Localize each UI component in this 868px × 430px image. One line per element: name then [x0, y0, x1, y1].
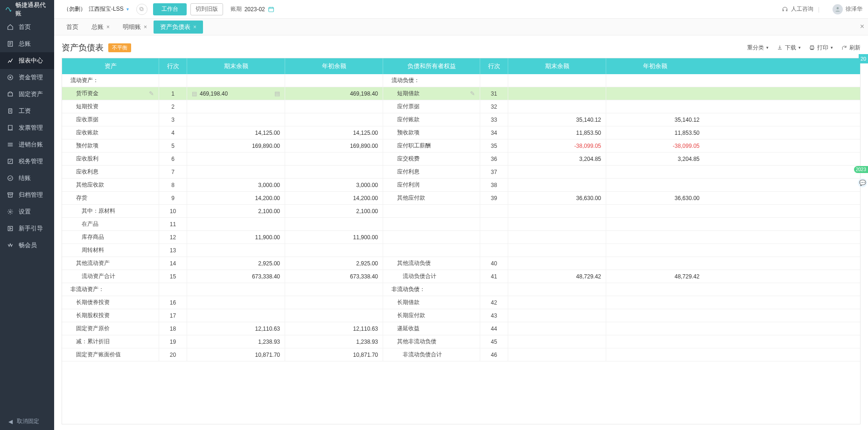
- edit-icon[interactable]: ✎: [470, 90, 475, 97]
- table-row[interactable]: 其中：原材料102,100.002,100.00: [62, 205, 860, 218]
- th-end-l: 期末余额: [187, 58, 285, 74]
- table-row[interactable]: 短期投资2应付票据32: [62, 100, 860, 113]
- sidebar-item-home[interactable]: 首页: [0, 19, 54, 35]
- tab-close-icon[interactable]: ×: [106, 24, 110, 30]
- sidebar-item-fund[interactable]: 资金管理: [0, 69, 54, 86]
- download-action[interactable]: 下载▾: [777, 44, 801, 52]
- asset-begin: [285, 113, 383, 126]
- table-row[interactable]: 其他应收款83,000.003,000.00应付利润38: [62, 179, 860, 192]
- table-row[interactable]: 预付款项5169,890.00169,890.00应付职工薪酬35-38,099…: [62, 139, 860, 153]
- table-row[interactable]: 固定资产账面价值2010,871.7010,871.70非流动负债合计46: [62, 348, 860, 361]
- liab-begin: [606, 283, 704, 296]
- refresh-action[interactable]: 刷新: [841, 44, 861, 52]
- liab-row: [480, 205, 508, 217]
- asset-name: 库存商品: [62, 231, 159, 243]
- tab-首页[interactable]: 首页: [60, 21, 85, 34]
- sidebar-item-archive[interactable]: 归档管理: [0, 187, 54, 203]
- table-row[interactable]: 长期股权投资17长期应付款43: [62, 309, 860, 322]
- liab-end: -38,099.05: [508, 139, 606, 152]
- sidebar-item-close[interactable]: 结账: [0, 170, 54, 187]
- table-row[interactable]: 应收利息7应付利息37: [62, 166, 860, 179]
- table-row[interactable]: 周转材料13: [62, 244, 860, 257]
- table-row[interactable]: 固定资产原价1812,110.6312,110.63递延收益44: [62, 322, 860, 335]
- tab-close-icon[interactable]: ×: [144, 24, 147, 30]
- period-value[interactable]: 2023-02: [245, 6, 265, 13]
- reclass-action[interactable]: 重分类▾: [747, 44, 769, 52]
- user-menu[interactable]: 徐泽华: [833, 4, 862, 14]
- tab-close-icon[interactable]: ×: [193, 24, 196, 30]
- avatar-icon: [833, 4, 843, 14]
- sidebar-item-salary[interactable]: 工资: [0, 103, 54, 119]
- sidebar-item-report[interactable]: 报表中心: [0, 52, 54, 69]
- edit-icon[interactable]: ✎: [149, 90, 154, 97]
- liab-begin: [606, 87, 704, 100]
- copy-icon-button[interactable]: [136, 4, 147, 15]
- sidebar-item-ledger[interactable]: 总账: [0, 35, 54, 52]
- table-body[interactable]: 流动资产：流动负债：货币资金✎1▤469,198.40▤469,198.40短期…: [62, 74, 860, 424]
- sidebar-item-label: 首页: [19, 23, 31, 31]
- liab-name: 其他非流动负债: [383, 335, 480, 348]
- liab-end: [508, 166, 606, 178]
- download-icon: [777, 45, 783, 50]
- asset-begin: [285, 100, 383, 113]
- liab-name: 短期借款✎: [383, 87, 480, 100]
- table-row[interactable]: 库存商品1211,900.0011,900.00: [62, 231, 860, 244]
- table-row[interactable]: 应收票据3应付账款3335,140.1235,140.12: [62, 113, 860, 126]
- svg-rect-8: [140, 8, 143, 11]
- sidebar-item-invoice[interactable]: 发票管理: [0, 119, 54, 136]
- liab-begin: 3,204.85: [606, 153, 704, 165]
- table-row[interactable]: 应收账款414,125.0014,125.00预收款项3411,853.5011…: [62, 126, 860, 139]
- th-end-r: 期末余额: [508, 58, 606, 74]
- liab-name: 非流动负债合计: [383, 348, 480, 361]
- main: （勿删） 江西报宝-LSS ▾ 工作台 切到旧版 账期 2023-02: [54, 0, 868, 430]
- calendar-icon[interactable]: [268, 6, 274, 13]
- liab-begin: 11,853.50: [606, 126, 704, 139]
- table-row[interactable]: 应收股利6应交税费363,204.853,204.85: [62, 153, 860, 166]
- table-row[interactable]: 长期债券投资16长期借款42: [62, 296, 860, 309]
- print-action[interactable]: 打印▾: [809, 44, 833, 52]
- table-row[interactable]: 非流动资产：非流动负债：: [62, 283, 860, 296]
- table-row[interactable]: 存货914,200.0014,200.00其他应付款3936,630.0036,…: [62, 192, 860, 205]
- liab-end: 36,630.00: [508, 192, 606, 204]
- sidebar-item-tax[interactable]: 税务管理: [0, 153, 54, 170]
- tab-明细账[interactable]: 明细账×: [116, 21, 154, 34]
- asset-end: 169,890.00: [187, 139, 285, 152]
- workspace-button[interactable]: 工作台: [153, 3, 187, 15]
- asset-end: [187, 153, 285, 165]
- table-row[interactable]: 减：累计折旧191,238.931,238.93其他非流动负债45: [62, 335, 860, 348]
- tab-label: 首页: [66, 23, 78, 31]
- asset-begin: 2,925.00: [285, 257, 383, 270]
- period: 账期 2023-02: [231, 5, 274, 13]
- table-row[interactable]: 流动资产：流动负债：: [62, 74, 860, 87]
- table-row[interactable]: 在产品11: [62, 218, 860, 231]
- liab-name: 其他应付款: [383, 192, 480, 204]
- asset-row: 20: [159, 348, 187, 361]
- sidebar-item-gear[interactable]: 设置: [0, 203, 54, 220]
- sidebar-item-inout[interactable]: 进销台账: [0, 136, 54, 153]
- sidebar-unpin[interactable]: ◀ 取消固定: [0, 413, 54, 430]
- liab-name: [383, 244, 480, 257]
- unbalanced-badge: 不平衡: [108, 43, 131, 52]
- table-row[interactable]: 流动资产合计15673,338.40673,338.40流动负债合计4148,7…: [62, 270, 860, 283]
- asset-row: 7: [159, 166, 187, 178]
- close-all-tabs[interactable]: ×: [860, 22, 864, 31]
- support-link[interactable]: 人工咨询: [782, 5, 813, 13]
- company-selector[interactable]: （勿删） 江西报宝-LSS ▾: [60, 5, 133, 13]
- tab-资产负债表[interactable]: 资产负债表×: [154, 21, 203, 34]
- liab-row: 45: [480, 335, 508, 348]
- asset-end: [187, 244, 285, 257]
- sidebar-item-asset[interactable]: 固定资产: [0, 86, 54, 103]
- sidebar-item-vip[interactable]: 畅会员: [0, 237, 54, 254]
- tab-总账[interactable]: 总账×: [85, 21, 116, 34]
- table-row[interactable]: 其他流动资产142,925.002,925.00其他流动负债40: [62, 257, 860, 270]
- switch-old-button[interactable]: 切到旧版: [190, 3, 223, 15]
- asset-begin: [285, 296, 383, 309]
- table-row[interactable]: 货币资金✎1▤469,198.40▤469,198.40短期借款✎31: [62, 87, 860, 100]
- liab-begin: [606, 100, 704, 113]
- sidebar-item-guide[interactable]: 新手引导: [0, 220, 54, 237]
- sidebar-item-label: 固定资产: [19, 90, 43, 98]
- asset-name: 其中：原材料: [62, 205, 159, 217]
- asset-row: 1: [159, 87, 187, 100]
- year-side-tab[interactable]: 20: [859, 54, 868, 63]
- chat-float-icon[interactable]: 💬: [858, 178, 867, 187]
